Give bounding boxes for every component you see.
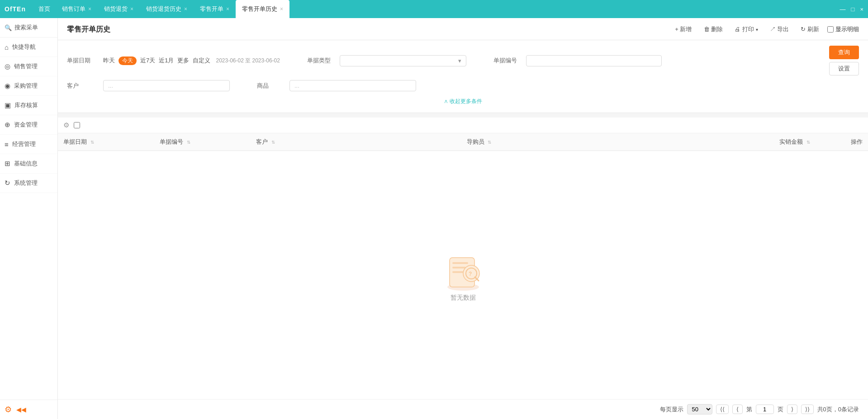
pagination-total: 共0页，0条记录	[817, 405, 859, 414]
type-select[interactable]: ▾	[340, 55, 466, 66]
brand: OfTEn	[5, 5, 26, 13]
date-custom[interactable]: 自定义	[193, 56, 210, 65]
print-dropdown-icon[interactable]: ▾	[756, 27, 758, 32]
sidebar-bottom: ⚙ ◀◀	[0, 400, 57, 419]
data-table: 单据日期 ⇅ 单据编号 ⇅ 客户 ⇅	[58, 133, 868, 151]
sidebar-item-purchase-mgmt[interactable]: ◉ 采购管理	[0, 76, 57, 96]
sidebar-item-system-mgmt[interactable]: ↻ 系统管理	[0, 174, 57, 193]
sidebar-item-finance[interactable]: ⊕ 资金管理	[0, 115, 57, 135]
settings-icon[interactable]: ⚙	[5, 405, 12, 414]
close-tab-retail-open-history[interactable]: ×	[280, 6, 283, 12]
tab-sales-return-history[interactable]: 销货退货历史 ×	[140, 0, 194, 18]
sidebar-search-label: 搜索采单	[14, 24, 38, 32]
sidebar-item-quick-nav[interactable]: ⌂ 快捷导航	[0, 38, 57, 57]
pagination: 每页显示 50 100 200 ⟨⟨ ⟨ 第 1 页 ⟩ ⟩⟩ 共0页，0条记录	[58, 399, 868, 419]
sidebar-item-inventory[interactable]: ▣ 库存核算	[0, 96, 57, 115]
type-label: 单据类型	[307, 56, 334, 65]
page-header: 零售开单历史 + 新增 🗑 删除 🖨 打印 ▾ ↗ 导出 ↻ 刷新 显示明细	[58, 18, 868, 40]
per-page-select[interactable]: 50 100 200	[687, 404, 712, 414]
empty-text: 暂无数据	[451, 294, 476, 302]
product-select[interactable]: ...	[289, 80, 416, 91]
close-tab-sales-return[interactable]: ×	[130, 6, 133, 12]
table-toolbar: ⚙	[58, 118, 868, 133]
collapse-filter-button[interactable]: ∧ 收起更多条件	[67, 96, 859, 107]
add-button[interactable]: + 新增	[671, 24, 695, 35]
type-select-arrow: ▾	[458, 57, 461, 64]
sort-amount-icon: ⇅	[806, 140, 810, 145]
sort-salesperson-icon: ⇅	[488, 140, 491, 145]
sidebar: 🔍 搜索采单 ⌂ 快捷导航 ◎ 销售管理 ◉ 采购管理 ▣ 库存核算 ⊕ 资金管…	[0, 18, 58, 419]
sort-date-icon: ⇅	[90, 140, 94, 145]
system-icon: ↻	[5, 179, 10, 187]
next-page-button[interactable]: ⟩	[787, 405, 797, 414]
sort-no-icon: ⇅	[187, 140, 190, 145]
product-label: 商品	[257, 82, 284, 90]
sidebar-item-sales-mgmt[interactable]: ◎ 销售管理	[0, 57, 57, 76]
tab-sales-order[interactable]: 销售订单 ×	[56, 0, 98, 18]
col-salesperson[interactable]: 导购员 ⇅	[461, 133, 544, 151]
tab-home[interactable]: 首页	[33, 0, 56, 18]
sidebar-item-label: 经营管理	[12, 140, 36, 148]
date-7days[interactable]: 近7天	[140, 56, 155, 65]
sidebar-item-label: 系统管理	[14, 179, 38, 187]
sidebar-search[interactable]: 🔍 搜索采单	[0, 18, 57, 38]
date-more[interactable]: 更多	[177, 56, 189, 65]
refresh-button[interactable]: ↻ 刷新	[797, 24, 823, 35]
export-button[interactable]: ↗ 导出	[766, 24, 793, 35]
customer-dots: ...	[108, 82, 113, 89]
date-yesterday[interactable]: 昨天	[103, 56, 115, 65]
collapse-sidebar-icon[interactable]: ◀◀	[16, 406, 26, 413]
date-1month[interactable]: 近1月	[159, 56, 174, 65]
basic-info-icon: ⊞	[5, 160, 10, 168]
col-date[interactable]: 单据日期 ⇅	[58, 133, 154, 151]
last-page-button[interactable]: ⟩⟩	[801, 405, 814, 414]
window-maximize[interactable]: □	[851, 6, 855, 13]
sidebar-item-label: 资金管理	[14, 121, 38, 129]
svg-rect-3	[452, 267, 466, 268]
col-action: 操作	[816, 133, 868, 151]
svg-rect-4	[452, 271, 464, 273]
table-area: ⚙ 单据日期 ⇅ 单据编号 ⇅	[58, 118, 868, 399]
query-button[interactable]: 查询	[829, 46, 859, 59]
window-close[interactable]: ×	[860, 6, 863, 13]
close-tab-retail-open[interactable]: ×	[226, 6, 229, 12]
purchase-icon: ◉	[5, 82, 10, 90]
column-settings-icon[interactable]: ⚙	[63, 121, 69, 129]
tab-sales-return[interactable]: 销货退货 ×	[98, 0, 140, 18]
page-prefix: 第	[746, 405, 752, 414]
sales-icon: ◎	[5, 62, 10, 71]
col-customer[interactable]: 客户 ⇅	[251, 133, 461, 151]
prev-page-button[interactable]: ⟨	[732, 405, 743, 414]
order-no-label: 单据编号	[493, 56, 521, 65]
print-button[interactable]: 🖨 打印 ▾	[731, 24, 762, 35]
order-no-input[interactable]	[526, 55, 662, 66]
delete-button[interactable]: 🗑 删除	[700, 24, 727, 35]
search-icon: 🔍	[5, 24, 12, 31]
display-detail-input[interactable]	[827, 26, 834, 33]
tab-retail-open-history[interactable]: 零售开单历史 ×	[236, 0, 289, 18]
window-controls: — □ ×	[840, 6, 863, 13]
operations-icon: ≡	[5, 141, 9, 148]
page-suffix: 页	[778, 405, 783, 414]
select-all-checkbox[interactable]	[74, 122, 80, 128]
col-amount[interactable]: 实销金额 ⇅	[544, 133, 816, 151]
empty-state: ? 暂无数据	[58, 151, 868, 399]
sidebar-item-basic-info[interactable]: ⊞ 基础信息	[0, 154, 57, 174]
date-range-display: 2023-06-02 至 2023-06-02	[216, 57, 280, 65]
window-minimize[interactable]: —	[840, 6, 846, 13]
display-detail-checkbox[interactable]: 显示明细	[827, 25, 859, 33]
close-tab-sales-order[interactable]: ×	[88, 6, 91, 12]
close-tab-sales-return-history[interactable]: ×	[184, 6, 187, 12]
sort-customer-icon: ⇅	[271, 140, 275, 145]
sidebar-item-operations[interactable]: ≡ 经营管理	[0, 135, 57, 154]
tab-retail-open[interactable]: 零售开单 ×	[194, 0, 236, 18]
customer-select[interactable]: ...	[103, 80, 230, 91]
content-area: 零售开单历史 + 新增 🗑 删除 🖨 打印 ▾ ↗ 导出 ↻ 刷新 显示明细	[58, 18, 868, 419]
date-shortcuts: 昨天 今天 近7天 近1月 更多 自定义 2023-06-02 至 2023-0…	[103, 56, 280, 65]
first-page-button[interactable]: ⟨⟨	[716, 405, 729, 414]
col-no[interactable]: 单据编号 ⇅	[154, 133, 251, 151]
page-input[interactable]: 1	[756, 405, 774, 414]
finance-icon: ⊕	[5, 121, 10, 129]
date-today[interactable]: 今天	[119, 56, 137, 65]
setting-button[interactable]: 设置	[829, 62, 859, 75]
